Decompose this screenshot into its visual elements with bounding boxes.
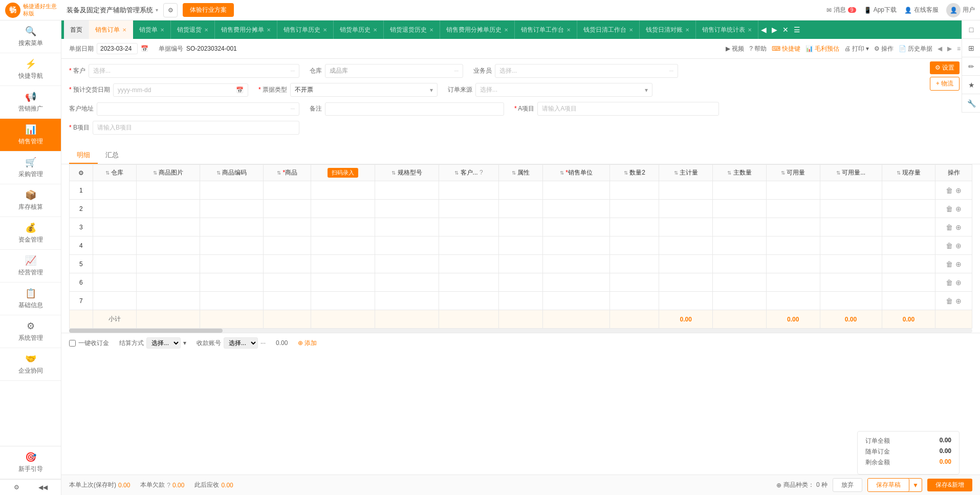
- copy-icon[interactable]: ⊕: [955, 260, 962, 268]
- delete-icon[interactable]: 🗑: [946, 297, 953, 305]
- copy-icon[interactable]: ⊕: [955, 278, 962, 287]
- prev-record-icon[interactable]: ◀: [938, 45, 942, 52]
- delete-icon[interactable]: 🗑: [946, 278, 953, 287]
- col-qty2[interactable]: ⇅ 数量2: [610, 165, 659, 181]
- sidebar-item-basic[interactable]: 📋 基础信息: [0, 283, 61, 315]
- copy-icon[interactable]: ⊕: [955, 186, 962, 195]
- col-scan[interactable]: 扫码录入: [311, 165, 375, 181]
- tab-order-workbench[interactable]: 销售订单工作台 ✕: [515, 20, 577, 39]
- account-ellipsis-icon[interactable]: ···: [260, 339, 266, 347]
- app-download-item[interactable]: 📱 App下载: [864, 6, 897, 14]
- col-available2[interactable]: ⇅ 可用量...: [820, 165, 882, 181]
- col-spec[interactable]: ⇅ 规格型号: [375, 165, 439, 181]
- copy-icon[interactable]: ⊕: [955, 242, 962, 250]
- tab-close-order-history[interactable]: ✕: [323, 27, 327, 33]
- tab-sales-return[interactable]: 销货退货 ✕: [171, 20, 215, 39]
- profit-btn[interactable]: 📊 毛利预估: [805, 45, 839, 53]
- col-product[interactable]: ⇅ *商品: [264, 165, 311, 181]
- tab-next-btn[interactable]: ▶: [769, 26, 780, 34]
- a-project-input[interactable]: 请输入A项目: [537, 102, 719, 116]
- col-attr[interactable]: ⇅ 属性: [499, 165, 542, 181]
- col-available[interactable]: ⇅ 可用量: [766, 165, 820, 181]
- tab-close-daily-reconcile[interactable]: ✕: [685, 27, 689, 33]
- delete-icon[interactable]: 🗑: [946, 205, 953, 213]
- sidebar-item-system[interactable]: ⚙ 系统管理: [0, 315, 61, 348]
- next-record-icon[interactable]: ▶: [947, 45, 952, 52]
- order-source-select[interactable]: 选择... ▾: [475, 83, 652, 97]
- tab-summary[interactable]: 汇总: [98, 147, 126, 164]
- customer-ellipsis-icon[interactable]: ···: [291, 68, 295, 74]
- right-panel-btn-4[interactable]: ★: [962, 76, 980, 94]
- tab-home[interactable]: 首页: [64, 20, 89, 39]
- warehouse-input[interactable]: 成品库 ···: [325, 64, 463, 78]
- sidebar-item-guide[interactable]: 🎯 新手引导: [0, 446, 61, 479]
- tab-sales-order[interactable]: 销售订单 ✕: [89, 20, 133, 39]
- delete-icon[interactable]: 🗑: [946, 223, 953, 231]
- tab-sales-slip[interactable]: 销货单 ✕: [133, 20, 171, 39]
- title-arrow-icon[interactable]: ▾: [156, 7, 158, 13]
- right-panel-btn-3[interactable]: ✏: [962, 57, 980, 76]
- right-panel-btn-2[interactable]: ⊞: [962, 39, 980, 57]
- tab-close-sales-expense[interactable]: ✕: [267, 27, 271, 33]
- tab-close-expense-history[interactable]: ✕: [504, 27, 508, 33]
- discard-btn[interactable]: 放弃: [833, 478, 862, 492]
- shortcut-btn[interactable]: ⌨ 快捷键: [772, 45, 800, 53]
- tab-daily-workbench[interactable]: 钱货日清工作台 ✕: [577, 20, 640, 39]
- calendar2-icon[interactable]: 📅: [236, 87, 244, 94]
- add-btn[interactable]: ⊕ 添加: [298, 339, 317, 348]
- right-panel-btn-1[interactable]: □: [962, 20, 980, 39]
- settings-gear-icon[interactable]: ⚙: [14, 484, 19, 491]
- warehouse-ellipsis-icon[interactable]: ···: [454, 68, 459, 74]
- table-scrollbar[interactable]: [69, 329, 972, 333]
- operation-btn[interactable]: ⚙ 操作: [874, 45, 894, 53]
- col-unit[interactable]: ⇅ *销售单位: [542, 165, 610, 181]
- tab-order-history[interactable]: 销售订单历史 ✕: [277, 20, 334, 39]
- col-stock[interactable]: ⇅ 现存量: [882, 165, 935, 181]
- industry-btn[interactable]: 体验行业方案: [183, 3, 234, 17]
- print-btn[interactable]: 🖨 打印 ▾: [844, 45, 869, 53]
- list-view-icon[interactable]: ≡: [957, 45, 961, 52]
- tab-close-return-history[interactable]: ✕: [429, 27, 433, 33]
- help-btn[interactable]: ? 帮助: [749, 45, 767, 53]
- tab-detail[interactable]: 明细: [69, 147, 98, 164]
- message-item[interactable]: ✉ 消息 9: [826, 6, 856, 14]
- tab-prev-btn[interactable]: ◀: [758, 26, 769, 34]
- date-value[interactable]: 2023-03-24: [97, 43, 138, 54]
- online-service-item[interactable]: 👤 在线客服: [904, 6, 939, 14]
- save-draft-arrow-btn[interactable]: ▼: [909, 480, 922, 491]
- quick-collect-checkbox[interactable]: [69, 340, 76, 347]
- tab-stats[interactable]: 销售订单统计表 ✕: [696, 20, 758, 39]
- history-btn[interactable]: 📄 历史单据: [899, 45, 932, 53]
- gear-button[interactable]: ⚙: [163, 3, 178, 17]
- right-panel-btn-5[interactable]: 🔧: [962, 94, 980, 113]
- tab-close-daily-workbench[interactable]: ✕: [629, 27, 633, 33]
- sidebar-item-finance[interactable]: 💰 资金管理: [0, 217, 61, 250]
- address-input[interactable]: ···: [97, 102, 299, 116]
- delete-icon[interactable]: 🗑: [946, 260, 953, 268]
- tab-close-slip-history[interactable]: ✕: [373, 27, 377, 33]
- sidebar-item-collab[interactable]: 🤝 企业协同: [0, 348, 61, 381]
- tab-expense-history[interactable]: 销售费用分摊单历史 ✕: [440, 20, 515, 39]
- sidebar-item-search[interactable]: 🔍 搜索菜单: [0, 20, 61, 53]
- sidebar-item-nav[interactable]: ⚡ 快捷导航: [0, 53, 61, 86]
- payment-method-select[interactable]: 选择...: [146, 337, 181, 349]
- copy-icon[interactable]: ⊕: [955, 297, 962, 305]
- b-project-input[interactable]: 请输入B项目: [93, 121, 299, 135]
- sidebar-item-operation[interactable]: 📈 经营管理: [0, 250, 61, 283]
- account-select[interactable]: 选择...: [224, 337, 258, 349]
- tab-menu-btn[interactable]: ☰: [791, 26, 803, 34]
- tab-close-stats[interactable]: ✕: [748, 27, 752, 33]
- col-warehouse[interactable]: ⇅ 仓库: [93, 165, 136, 181]
- view-btn[interactable]: ▶ 视频: [726, 45, 744, 53]
- address-ellipsis-icon[interactable]: ···: [291, 106, 295, 112]
- col-code[interactable]: ⇅ 商品编码: [200, 165, 263, 181]
- col-image[interactable]: ⇅ 商品图片: [136, 165, 200, 181]
- scan-btn[interactable]: 扫码录入: [328, 168, 358, 178]
- sidebar-item-marketing[interactable]: 📢 营销推广: [0, 86, 61, 119]
- settings-config-btn[interactable]: ⚙ 设置: [930, 61, 960, 74]
- tab-sales-expense[interactable]: 销售费用分摊单 ✕: [215, 20, 277, 39]
- calendar-icon[interactable]: 📅: [141, 45, 148, 52]
- salesperson-input[interactable]: 选择... ···: [495, 64, 678, 78]
- sidebar-item-purchase[interactable]: 🛒 采购管理: [0, 152, 61, 184]
- tab-close-sales-return[interactable]: ✕: [204, 27, 208, 33]
